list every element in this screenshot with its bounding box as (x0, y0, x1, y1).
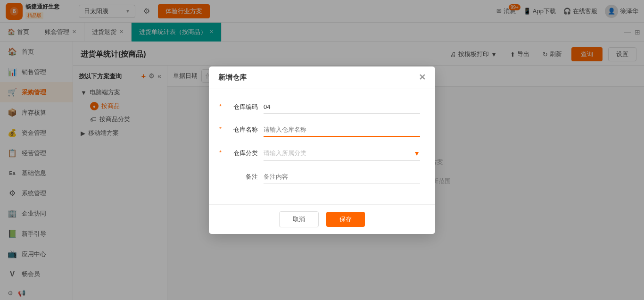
code-label: 仓库编码 (224, 103, 258, 111)
add-warehouse-modal: 新增仓库 ✕ 仓库编码 仓库名称 仓库分类 请输入所属分类 ▼ (209, 67, 435, 234)
name-input[interactable] (264, 123, 420, 137)
modal-overlay: 新增仓库 ✕ 仓库编码 仓库名称 仓库分类 请输入所属分类 ▼ (0, 0, 644, 300)
form-row-category: 仓库分类 请输入所属分类 ▼ (224, 146, 420, 161)
name-label: 仓库名称 (224, 125, 258, 134)
category-label: 仓库分类 (224, 149, 258, 158)
category-chevron-icon: ▼ (413, 150, 420, 157)
category-select[interactable]: 请输入所属分类 ▼ (264, 146, 420, 161)
form-row-name: 仓库名称 (224, 123, 420, 137)
remark-label: 备注 (224, 173, 258, 181)
code-input[interactable] (264, 100, 420, 114)
cancel-button[interactable]: 取消 (279, 211, 319, 227)
category-placeholder: 请输入所属分类 (264, 149, 306, 158)
modal-title: 新增仓库 (218, 73, 247, 82)
modal-footer: 取消 保存 (209, 204, 435, 234)
modal-body: 仓库编码 仓库名称 仓库分类 请输入所属分类 ▼ 备注 (209, 89, 435, 204)
modal-close-button[interactable]: ✕ (419, 73, 426, 82)
save-button[interactable]: 保存 (326, 212, 365, 227)
form-row-code: 仓库编码 (224, 100, 420, 114)
modal-header: 新增仓库 ✕ (209, 67, 435, 89)
form-row-remark: 备注 (224, 170, 420, 183)
remark-input[interactable] (264, 170, 420, 183)
